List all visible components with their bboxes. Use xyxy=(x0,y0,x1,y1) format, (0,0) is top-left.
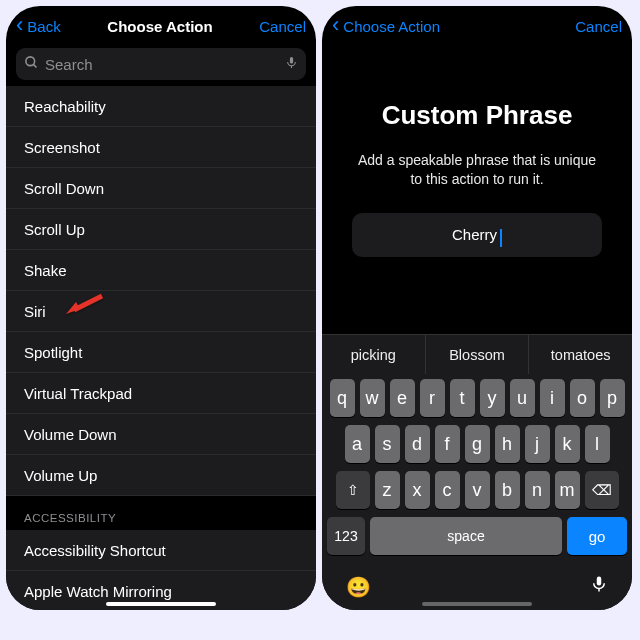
phone-custom-phrase: ‹ Choose Action Cancel Custom Phrase Add… xyxy=(322,6,632,610)
key-s[interactable]: s xyxy=(375,425,400,463)
list-item[interactable]: Shake xyxy=(6,250,316,291)
numbers-key[interactable]: 123 xyxy=(327,517,365,555)
chevron-left-icon: ‹ xyxy=(332,14,339,36)
phrase-input[interactable]: Cherry xyxy=(352,213,602,257)
go-key[interactable]: go xyxy=(567,517,627,555)
back-label: Choose Action xyxy=(343,18,440,35)
list-item[interactable]: Virtual Trackpad xyxy=(6,373,316,414)
phone-choose-action: ‹ Back Choose Action Cancel Search Reach… xyxy=(6,6,316,610)
key-k[interactable]: k xyxy=(555,425,580,463)
cancel-button[interactable]: Cancel xyxy=(575,18,622,35)
key-i[interactable]: i xyxy=(540,379,565,417)
key-j[interactable]: j xyxy=(525,425,550,463)
svg-point-0 xyxy=(26,57,35,66)
search-placeholder: Search xyxy=(45,56,285,73)
keyboard: qwertyuiop asdfghjkl ⇧zxcvbnm⌫ 123 space… xyxy=(322,374,632,569)
list-item[interactable]: Siri xyxy=(6,291,316,332)
emoji-key[interactable]: 😀 xyxy=(346,575,371,599)
key-c[interactable]: c xyxy=(435,471,460,509)
keyboard-area: picking Blossom tomatoes qwertyuiop asdf… xyxy=(322,334,632,610)
home-indicator[interactable] xyxy=(422,602,532,606)
key-x[interactable]: x xyxy=(405,471,430,509)
list-item[interactable]: Volume Up xyxy=(6,455,316,496)
page-title: Choose Action xyxy=(107,18,212,35)
back-label: Back xyxy=(27,18,60,35)
svg-rect-4 xyxy=(597,577,602,586)
text-cursor xyxy=(500,229,502,247)
home-indicator[interactable] xyxy=(106,602,216,606)
action-list[interactable]: ReachabilityScreenshotScroll DownScroll … xyxy=(6,86,316,610)
list-item[interactable]: Scroll Up xyxy=(6,209,316,250)
list-item[interactable]: Reachability xyxy=(6,86,316,127)
svg-rect-2 xyxy=(290,57,293,64)
list-item[interactable]: Scroll Down xyxy=(6,168,316,209)
key-d[interactable]: d xyxy=(405,425,430,463)
key-t[interactable]: t xyxy=(450,379,475,417)
nav-bar: ‹ Back Choose Action Cancel xyxy=(6,6,316,46)
key-p[interactable]: p xyxy=(600,379,625,417)
key-v[interactable]: v xyxy=(465,471,490,509)
suggestion[interactable]: picking xyxy=(322,335,425,374)
key-⇧[interactable]: ⇧ xyxy=(336,471,370,509)
suggestion-bar: picking Blossom tomatoes xyxy=(322,334,632,374)
search-icon xyxy=(24,55,39,73)
back-button[interactable]: ‹ Back xyxy=(16,15,61,37)
key-y[interactable]: y xyxy=(480,379,505,417)
back-button[interactable]: ‹ Choose Action xyxy=(332,15,440,37)
key-o[interactable]: o xyxy=(570,379,595,417)
key-z[interactable]: z xyxy=(375,471,400,509)
key-m[interactable]: m xyxy=(555,471,580,509)
phrase-input-value: Cherry xyxy=(452,226,497,243)
list-item[interactable]: Volume Down xyxy=(6,414,316,455)
chevron-left-icon: ‹ xyxy=(16,14,23,36)
custom-phrase-content: Custom Phrase Add a speakable phrase tha… xyxy=(322,46,632,257)
key-h[interactable]: h xyxy=(495,425,520,463)
suggestion[interactable]: Blossom xyxy=(425,335,529,374)
key-a[interactable]: a xyxy=(345,425,370,463)
key-q[interactable]: q xyxy=(330,379,355,417)
search-field[interactable]: Search xyxy=(16,48,306,80)
key-w[interactable]: w xyxy=(360,379,385,417)
key-e[interactable]: e xyxy=(390,379,415,417)
key-u[interactable]: u xyxy=(510,379,535,417)
page-subtitle: Add a speakable phrase that is unique to… xyxy=(352,151,602,189)
page-title: Custom Phrase xyxy=(352,100,602,131)
key-r[interactable]: r xyxy=(420,379,445,417)
key-g[interactable]: g xyxy=(465,425,490,463)
key-f[interactable]: f xyxy=(435,425,460,463)
list-item[interactable]: Screenshot xyxy=(6,127,316,168)
suggestion[interactable]: tomatoes xyxy=(528,335,632,374)
nav-bar: ‹ Choose Action Cancel xyxy=(322,6,632,46)
list-item[interactable]: Accessibility Shortcut xyxy=(6,530,316,571)
key-n[interactable]: n xyxy=(525,471,550,509)
svg-line-1 xyxy=(33,64,36,67)
dictate-icon[interactable] xyxy=(285,54,298,74)
key-l[interactable]: l xyxy=(585,425,610,463)
space-key[interactable]: space xyxy=(370,517,562,555)
list-item[interactable]: Spotlight xyxy=(6,332,316,373)
key-⌫[interactable]: ⌫ xyxy=(585,471,619,509)
dictation-key[interactable] xyxy=(590,573,608,600)
key-b[interactable]: b xyxy=(495,471,520,509)
cancel-button[interactable]: Cancel xyxy=(259,18,306,35)
section-header-accessibility: ACCESSIBILITY xyxy=(6,496,316,530)
